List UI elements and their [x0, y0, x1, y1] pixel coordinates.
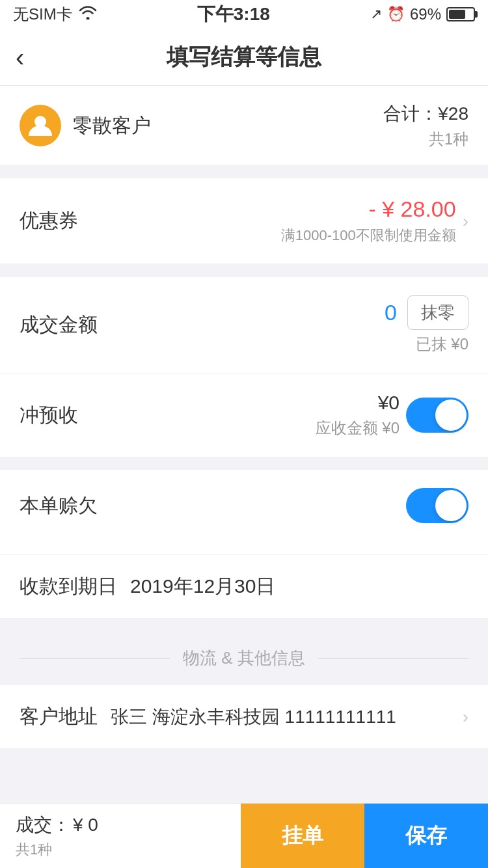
page-title: 填写结算等信息: [167, 42, 321, 72]
bottom-summary: 成交： ¥ 0 共1种: [0, 804, 241, 868]
customer-section: 零散客户 合计：¥28 共1种: [0, 86, 488, 165]
debt-label: 本单赊欠: [20, 493, 98, 519]
due-date-label: 收款到期日: [20, 573, 117, 600]
coupon-row[interactable]: 优惠券 - ¥ 28.00 满1000-100不限制使用金额 ›: [0, 178, 488, 264]
coupon-label: 优惠券: [20, 208, 78, 234]
prepay-toggle[interactable]: [406, 398, 468, 433]
transaction-amount-right: 0 抹零 已抹 ¥0: [385, 295, 468, 355]
transaction-amount-label: 成交金额: [20, 312, 98, 338]
bottom-count: 共1种: [16, 840, 225, 860]
bottom-bar: 成交： ¥ 0 共1种 挂单 保存: [0, 803, 488, 868]
battery-percent: 69%: [410, 5, 441, 23]
logistics-line-left: [20, 658, 170, 658]
round-off-button[interactable]: 抹零: [407, 295, 468, 330]
prepay-label: 冲预收: [20, 402, 78, 429]
location-icon: ↗: [370, 6, 382, 23]
logistics-text: 物流 & 其他信息: [183, 647, 305, 670]
amount-input-wrap: 0 抹零: [385, 295, 468, 330]
logistics-header-inner: 物流 & 其他信息: [20, 647, 468, 670]
hang-order-label: 挂单: [282, 822, 323, 850]
coupon-info: - ¥ 28.00 满1000-100不限制使用金额: [281, 197, 456, 245]
debt-toggle-knob: [435, 490, 467, 521]
hang-order-button[interactable]: 挂单: [241, 804, 364, 868]
customer-count: 共1种: [383, 129, 468, 150]
prepay-amount: ¥0: [316, 392, 400, 414]
prepay-row: 冲预收 ¥0 应收金额 ¥0: [0, 373, 488, 457]
address-content: 张三 海淀永丰科技园 11111111111: [111, 705, 463, 729]
battery-icon: [446, 7, 475, 21]
wifi-icon: [79, 5, 97, 23]
due-date-row[interactable]: 收款到期日 2019年12月30日: [0, 554, 488, 618]
status-left: 无SIM卡: [13, 4, 97, 25]
address-label: 客户地址: [20, 703, 98, 730]
status-right: ↗ ⏰ 69%: [370, 5, 475, 23]
customer-name: 零散客户: [73, 113, 151, 139]
address-chevron-icon: ›: [463, 707, 468, 727]
customer-total: 合计：¥28: [383, 102, 468, 126]
amount-value[interactable]: 0: [385, 300, 397, 325]
logistics-header: 物流 & 其他信息: [0, 631, 488, 685]
alarm-icon: ⏰: [387, 6, 405, 23]
save-button[interactable]: 保存: [364, 804, 488, 868]
coupon-discount: - ¥ 28.00: [281, 197, 456, 222]
bottom-deal-amount: ¥ 0: [73, 815, 98, 835]
logistics-line-right: [318, 658, 468, 658]
customer-left: 零散客户: [20, 105, 151, 146]
debt-row: 本单赊欠: [0, 470, 488, 541]
status-time: 下午3:18: [197, 2, 270, 27]
coupon-right: - ¥ 28.00 满1000-100不限制使用金额 ›: [281, 197, 468, 245]
customer-avatar: [20, 105, 61, 146]
debt-toggle[interactable]: [406, 488, 468, 523]
already-rounded-text: 已抹 ¥0: [385, 334, 468, 355]
coupon-section[interactable]: 优惠券 - ¥ 28.00 满1000-100不限制使用金额 ›: [0, 178, 488, 264]
bottom-deal-line: 成交： ¥ 0: [16, 813, 225, 837]
address-row[interactable]: 客户地址 张三 海淀永丰科技园 11111111111 ›: [0, 685, 488, 748]
transaction-section: 成交金额 0 抹零 已抹 ¥0 冲预收 ¥0 应收金额 ¥0: [0, 277, 488, 457]
carrier-text: 无SIM卡: [13, 4, 72, 25]
debt-section: 本单赊欠 收款到期日 2019年12月30日: [0, 470, 488, 618]
prepay-receivable: 应收金额 ¥0: [316, 418, 400, 439]
customer-row: 零散客户 合计：¥28 共1种: [0, 86, 488, 165]
transaction-amount-wrap: 0 抹零 已抹 ¥0: [385, 295, 468, 355]
status-bar: 无SIM卡 下午3:18 ↗ ⏰ 69%: [0, 0, 488, 29]
bottom-deal-label: 成交：: [16, 813, 70, 837]
transaction-amount-row: 成交金额 0 抹零 已抹 ¥0: [0, 277, 488, 373]
prepay-info: ¥0 应收金额 ¥0: [316, 392, 400, 439]
toggle-knob: [435, 400, 467, 431]
divider: [0, 618, 488, 631]
save-label: 保存: [405, 822, 447, 850]
nav-bar: ‹ 填写结算等信息: [0, 29, 488, 86]
due-date-value: 2019年12月30日: [130, 573, 275, 600]
chevron-right-icon: ›: [463, 211, 468, 232]
customer-right: 合计：¥28 共1种: [383, 102, 468, 150]
prepay-right-wrap: ¥0 应收金额 ¥0: [316, 392, 468, 439]
coupon-description: 满1000-100不限制使用金额: [281, 226, 456, 245]
back-button[interactable]: ‹: [16, 44, 24, 70]
